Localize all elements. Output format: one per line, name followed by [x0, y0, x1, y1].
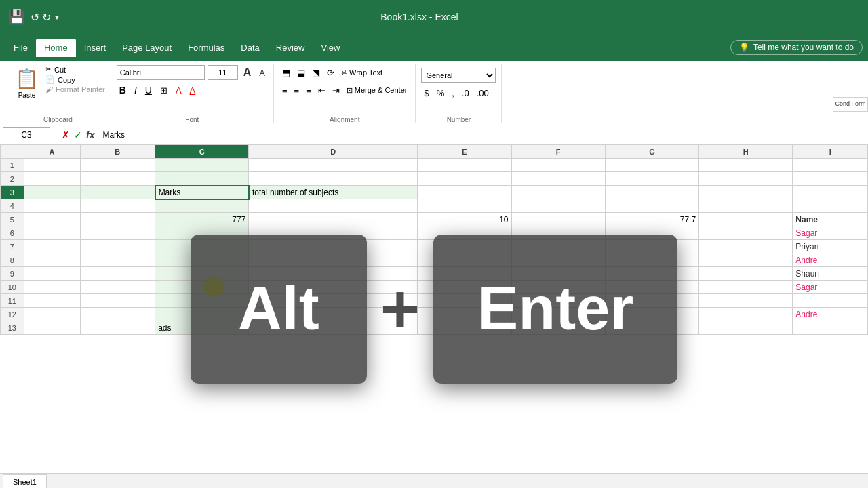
- font-color-button[interactable]: A: [187, 83, 199, 98]
- font-size-input[interactable]: 11: [208, 65, 238, 80]
- cell-e6[interactable]: [418, 226, 511, 240]
- tell-me[interactable]: 💡 Tell me what you want to do: [730, 40, 863, 55]
- cell-a7[interactable]: [24, 240, 80, 253]
- cell-c1[interactable]: [155, 159, 249, 172]
- cell-e13[interactable]: [418, 321, 511, 335]
- redo-icon[interactable]: ↻: [42, 11, 51, 24]
- comma-button[interactable]: ,: [449, 85, 457, 100]
- percent-button[interactable]: %: [434, 85, 448, 100]
- cell-g11[interactable]: [605, 294, 698, 308]
- cell-i12[interactable]: Andre: [793, 308, 868, 321]
- italic-button[interactable]: I: [132, 83, 140, 98]
- bold-button[interactable]: B: [117, 83, 129, 98]
- cell-d13[interactable]: [249, 321, 418, 335]
- cell-i3[interactable]: [793, 186, 868, 199]
- cell-g6[interactable]: [605, 226, 698, 240]
- cell-b6[interactable]: [80, 226, 155, 240]
- row-header-11[interactable]: 11: [1, 294, 24, 308]
- cell-b1[interactable]: [80, 159, 155, 172]
- cell-b5[interactable]: [80, 213, 155, 226]
- cancel-icon[interactable]: ✗: [62, 129, 70, 140]
- align-middle-button[interactable]: ⬓: [294, 65, 308, 80]
- cell-f3[interactable]: [511, 186, 605, 199]
- col-header-f[interactable]: F: [511, 145, 605, 159]
- cell-e7[interactable]: [418, 240, 511, 253]
- cell-h6[interactable]: [699, 226, 793, 240]
- cell-h4[interactable]: [699, 199, 793, 213]
- cell-e1[interactable]: [418, 159, 511, 172]
- align-bottom-button[interactable]: ⬔: [309, 65, 323, 80]
- cell-a4[interactable]: [24, 199, 80, 213]
- underline-button[interactable]: U: [142, 83, 155, 98]
- row-header-3[interactable]: 3: [1, 186, 24, 199]
- increase-indent-button[interactable]: ⇥: [330, 83, 342, 98]
- cell-g10[interactable]: [605, 281, 698, 294]
- cell-g13[interactable]: [605, 321, 698, 335]
- cell-f7[interactable]: [511, 240, 605, 253]
- cell-e2[interactable]: [418, 172, 511, 186]
- cell-a13[interactable]: [24, 321, 80, 335]
- cell-h11[interactable]: [699, 294, 793, 308]
- font-name-input[interactable]: Calibri: [117, 65, 205, 80]
- cell-f4[interactable]: [511, 199, 605, 213]
- cell-d1[interactable]: [249, 159, 418, 172]
- col-header-d[interactable]: D: [249, 145, 418, 159]
- cell-g7[interactable]: [605, 240, 698, 253]
- cell-g8[interactable]: [605, 253, 698, 267]
- cell-e4[interactable]: [418, 199, 511, 213]
- cell-a8[interactable]: [24, 253, 80, 267]
- cell-h2[interactable]: [699, 172, 793, 186]
- cell-d8[interactable]: [249, 253, 418, 267]
- cell-g9[interactable]: [605, 267, 698, 281]
- cell-c2[interactable]: [155, 172, 249, 186]
- cell-g3[interactable]: [605, 186, 698, 199]
- format-painter-button[interactable]: 🖌 Format Painter: [45, 85, 105, 94]
- cell-h5[interactable]: [699, 213, 793, 226]
- cell-e8[interactable]: [418, 253, 511, 267]
- cell-c10[interactable]: [155, 281, 249, 294]
- cell-b11[interactable]: [80, 294, 155, 308]
- customize-icon[interactable]: ▼: [54, 14, 60, 21]
- cell-f11[interactable]: [511, 294, 605, 308]
- cell-c7[interactable]: [155, 240, 249, 253]
- align-center-button[interactable]: ≡: [292, 83, 302, 98]
- menu-home[interactable]: Home: [36, 39, 76, 57]
- undo-icon[interactable]: ↺: [31, 11, 39, 24]
- align-left-button[interactable]: ≡: [279, 83, 290, 98]
- wrap-text-button[interactable]: ⏎ Wrap Text: [338, 67, 385, 79]
- font-grow-button[interactable]: A: [241, 65, 254, 80]
- cell-c12[interactable]: [155, 308, 249, 321]
- cell-a1[interactable]: [24, 159, 80, 172]
- cell-f2[interactable]: [511, 172, 605, 186]
- cell-d12[interactable]: [249, 308, 418, 321]
- fill-color-button[interactable]: A: [173, 83, 184, 98]
- cell-i6[interactable]: Sagar: [793, 226, 868, 240]
- orientation-button[interactable]: ⟳: [324, 65, 337, 80]
- cell-b8[interactable]: [80, 253, 155, 267]
- cell-f9[interactable]: [511, 267, 605, 281]
- cell-c6[interactable]: [155, 226, 249, 240]
- cell-c4[interactable]: [155, 199, 249, 213]
- cell-h7[interactable]: [699, 240, 793, 253]
- row-header-5[interactable]: 5: [1, 213, 24, 226]
- cell-g5[interactable]: 77.7: [605, 213, 698, 226]
- cell-d7[interactable]: [249, 240, 418, 253]
- cell-g4[interactable]: [605, 199, 698, 213]
- copy-button[interactable]: 📄 Copy: [45, 75, 105, 84]
- cell-g12[interactable]: [605, 308, 698, 321]
- col-header-h[interactable]: H: [699, 145, 793, 159]
- cell-e11[interactable]: [418, 294, 511, 308]
- increase-decimal-button[interactable]: .00: [474, 85, 492, 100]
- cell-e10[interactable]: [418, 281, 511, 294]
- cell-h10[interactable]: [699, 281, 793, 294]
- align-top-button[interactable]: ⬒: [279, 65, 293, 80]
- cell-c13[interactable]: ads: [155, 321, 249, 335]
- cell-e3[interactable]: [418, 186, 511, 199]
- cell-e12[interactable]: [418, 308, 511, 321]
- cell-b12[interactable]: [80, 308, 155, 321]
- cell-a12[interactable]: [24, 308, 80, 321]
- save-icon[interactable]: 💾: [8, 9, 25, 25]
- menu-insert[interactable]: Insert: [76, 39, 115, 57]
- cell-c5[interactable]: 777: [155, 213, 249, 226]
- row-header-13[interactable]: 13: [1, 321, 24, 335]
